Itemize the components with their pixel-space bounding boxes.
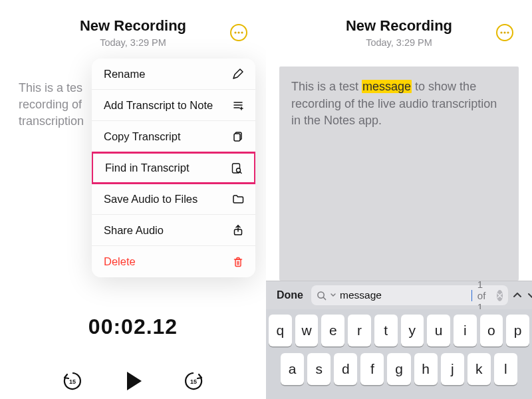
key-t[interactable]: t	[374, 315, 398, 346]
find-bar: Done 1 of 1	[266, 281, 532, 309]
key-d[interactable]: d	[334, 353, 357, 385]
page-title: New Recording	[0, 17, 266, 35]
context-menu: Rename Add Transcript to Note Copy Trans…	[92, 59, 255, 277]
ellipsis-icon	[234, 31, 243, 34]
key-k[interactable]: k	[467, 353, 491, 385]
header-right: New Recording Today, 3:29 PM	[266, 0, 532, 48]
key-f[interactable]: f	[360, 353, 384, 385]
transcript-area: This is a test message to show the recor…	[279, 66, 519, 281]
prev-match-button[interactable]	[512, 285, 523, 305]
menu-find-label: Find in Transcript	[105, 162, 190, 174]
ellipsis-icon	[500, 31, 509, 34]
svg-point-11	[500, 31, 502, 33]
search-icon	[317, 291, 327, 301]
skip-forward-icon: 15	[182, 370, 205, 392]
folder-icon	[231, 192, 245, 205]
more-button[interactable]	[230, 24, 247, 41]
skip-forward-button[interactable]: 15	[182, 370, 205, 392]
key-g[interactable]: g	[387, 353, 410, 385]
search-field[interactable]: 1 of 1	[311, 285, 508, 305]
key-i[interactable]: i	[454, 315, 477, 346]
menu-delete[interactable]: Delete	[92, 246, 255, 277]
key-a[interactable]: a	[281, 353, 304, 385]
page-subtitle: Today, 3:29 PM	[266, 37, 532, 48]
trash-icon	[231, 255, 245, 269]
close-icon	[497, 293, 503, 299]
next-match-button[interactable]	[527, 285, 532, 305]
chevron-down-icon	[527, 290, 532, 301]
play-button[interactable]	[120, 368, 146, 394]
transcript-highlight: message	[362, 80, 412, 93]
transcript-peek: This is a tes recording of transcription	[19, 80, 98, 129]
menu-save-audio[interactable]: Save Audio to Files	[92, 184, 255, 215]
svg-rect-8	[235, 259, 241, 267]
header-left: New Recording Today, 3:29 PM	[0, 0, 266, 48]
svg-text:15: 15	[69, 378, 76, 385]
key-y[interactable]: y	[401, 315, 424, 346]
key-w[interactable]: w	[295, 315, 319, 346]
svg-point-12	[503, 31, 505, 33]
menu-share-audio[interactable]: Share Audio	[92, 215, 255, 246]
transcript-before: This is a test	[291, 80, 362, 93]
menu-copy-transcript[interactable]: Copy Transcript	[92, 121, 255, 152]
menu-save-label: Save Audio to Files	[104, 193, 198, 205]
clear-button[interactable]	[497, 290, 503, 301]
key-j[interactable]: j	[441, 353, 464, 385]
svg-point-0	[234, 31, 236, 33]
transcript-text: This is a test message to show the recor…	[291, 78, 507, 130]
menu-add-transcript[interactable]: Add Transcript to Note	[92, 90, 255, 121]
playback-time: 00:02.12	[0, 315, 266, 339]
svg-point-1	[237, 31, 239, 33]
find-icon	[230, 162, 243, 175]
chevron-up-icon	[512, 290, 523, 301]
done-button[interactable]: Done	[273, 287, 307, 304]
pane-right: New Recording Today, 3:29 PM This is a t…	[266, 0, 532, 399]
key-q[interactable]: q	[269, 315, 292, 346]
svg-point-2	[241, 31, 243, 33]
text-cursor	[471, 290, 472, 301]
menu-rename-label: Rename	[104, 68, 145, 80]
page-subtitle: Today, 3:29 PM	[0, 37, 266, 48]
add-note-icon	[231, 98, 245, 112]
key-u[interactable]: u	[427, 315, 450, 346]
menu-find-transcript[interactable]: Find in Transcript	[92, 152, 255, 184]
key-l[interactable]: l	[494, 353, 517, 385]
skip-back-icon: 15	[61, 370, 84, 392]
menu-share-label: Share Audio	[104, 224, 164, 237]
svg-text:15: 15	[190, 378, 197, 385]
key-s[interactable]: s	[307, 353, 331, 385]
key-o[interactable]: o	[480, 315, 503, 346]
key-h[interactable]: h	[414, 353, 438, 385]
play-icon	[120, 368, 146, 394]
page-title: New Recording	[266, 17, 532, 35]
keyboard-row-1: qwertyuiop	[269, 315, 529, 346]
copy-icon	[231, 130, 245, 143]
skip-back-button[interactable]: 15	[61, 370, 84, 392]
share-icon	[231, 223, 245, 237]
pane-left: New Recording Today, 3:29 PM This is a t…	[0, 0, 266, 399]
keyboard: qwertyuiop asdfghjkl	[266, 309, 532, 399]
search-input[interactable]	[340, 289, 468, 301]
menu-copy-label: Copy Transcript	[104, 130, 181, 143]
transport-controls: 15 15	[0, 368, 266, 394]
menu-add-label: Add Transcript to Note	[104, 99, 213, 112]
menu-rename[interactable]: Rename	[92, 59, 255, 90]
svg-rect-4	[234, 134, 240, 141]
keyboard-row-2: asdfghjkl	[269, 353, 529, 385]
more-button[interactable]	[496, 24, 513, 41]
key-r[interactable]: r	[348, 315, 371, 346]
search-counter: 1 of 1	[476, 279, 493, 313]
menu-delete-label: Delete	[104, 255, 136, 268]
pencil-icon	[231, 67, 245, 80]
chevron-down-icon	[331, 293, 336, 298]
key-e[interactable]: e	[321, 315, 344, 346]
key-p[interactable]: p	[506, 315, 529, 346]
svg-point-13	[507, 31, 509, 33]
